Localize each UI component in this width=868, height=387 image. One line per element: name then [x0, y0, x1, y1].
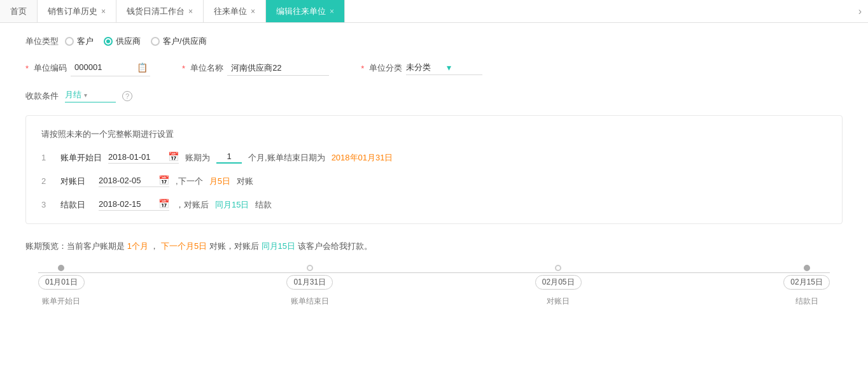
- preview-prefix: 账期预览：当前客户账期是: [25, 241, 125, 251]
- period-num-2: 2: [41, 176, 54, 186]
- tab-edit-partner-unit[interactable]: 编辑往来单位 ×: [266, 0, 345, 22]
- radio-customer-label: 客户: [77, 36, 94, 47]
- preview-part3: 同月15日: [262, 241, 295, 251]
- tab-cash-work-label: 钱货日清工作台: [127, 6, 185, 17]
- calendar-icon-3[interactable]: 📅: [158, 199, 169, 209]
- unit-category-dropdown-icon: ▾: [447, 62, 451, 73]
- timeline-label-start: 账单开始日: [42, 296, 80, 307]
- period-desc-3b: 结款: [255, 199, 272, 211]
- period-date-1: 📅: [108, 151, 179, 164]
- timeline-wrapper: 01月01日 账单开始日 01月31日 账单结束日 02月05日 对账日 02月…: [25, 265, 843, 307]
- payment-terms-arrow: ▾: [84, 92, 87, 99]
- period-row-2: 2 对账日 📅 ,下一个 月5日 对账: [41, 175, 827, 187]
- timeline-badge-reconcile: 02月05日: [535, 275, 582, 290]
- period-num-3: 3: [41, 200, 54, 209]
- period-type-1: 账单开始日: [60, 152, 102, 164]
- unit-code-label: 单位编码: [34, 62, 67, 74]
- unit-type-row: 单位类型 客户 供应商 客户/供应商: [25, 36, 843, 47]
- payment-terms-label: 收款条件: [25, 90, 59, 102]
- period-num-1: 1: [41, 153, 54, 162]
- unit-name-label: 单位名称: [190, 62, 223, 74]
- period-box: 请按照未来的一个完整帐期进行设置 1 账单开始日 📅 账期为 个月,账单结束日期…: [25, 115, 843, 224]
- tab-sales-order-history-close[interactable]: ×: [101, 7, 106, 16]
- period-date-input-2[interactable]: [99, 176, 156, 185]
- tab-sales-order-history[interactable]: 销售订单历史 ×: [38, 0, 116, 22]
- unit-type-label: 单位类型: [25, 36, 59, 47]
- timeline-label-reconcile: 对账日: [547, 296, 570, 307]
- period-highlight-day-3: 同月15日: [215, 199, 249, 211]
- period-highlight-day-2: 月5日: [209, 176, 230, 187]
- preview-section: 账期预览：当前客户账期是 1个月 ， 下一个月5日 对账，对账后 同月15日 该…: [25, 234, 843, 307]
- timeline-node-end-bill: 01月31日 账单结束日: [286, 265, 333, 307]
- radio-supplier-label: 供应商: [116, 36, 141, 47]
- unit-code-input[interactable]: [71, 60, 134, 74]
- radio-customer-circle: [65, 37, 74, 46]
- calendar-icon-1[interactable]: 📅: [168, 151, 179, 162]
- unit-code-copy-icon[interactable]: 📋: [134, 62, 150, 73]
- period-desc-3a: ，对账后: [176, 199, 209, 211]
- period-type-2: 对账日: [60, 176, 92, 187]
- payment-terms-dropdown[interactable]: 月结 ▾: [65, 89, 116, 102]
- tab-edit-partner-unit-close[interactable]: ×: [330, 7, 334, 16]
- timeline-label-end-bill: 账单结束日: [291, 296, 329, 307]
- timeline-node-start: 01月01日 账单开始日: [38, 265, 85, 307]
- unit-code-group: * 单位编码 📋: [25, 60, 150, 76]
- unit-info-row: * 单位编码 📋 * 单位名称 * 单位分类 未分类 ▾: [25, 60, 843, 76]
- unit-category-dropdown[interactable]: 未分类 ▾: [406, 62, 482, 75]
- radio-customer[interactable]: 客户: [65, 36, 94, 47]
- tab-sales-order-history-label: 销售订单历史: [48, 6, 97, 17]
- radio-both-circle: [151, 37, 160, 46]
- timeline-node-payment: 02月15日 结款日: [783, 265, 830, 307]
- period-row-1: 1 账单开始日 📅 账期为 个月,账单结束日期为 2018年01月31日: [41, 151, 827, 164]
- calendar-icon-2[interactable]: 📅: [158, 175, 169, 185]
- unit-name-required: *: [182, 64, 185, 73]
- period-month-wrapper: [216, 151, 242, 164]
- timeline-dot-start: [58, 265, 64, 271]
- tab-home[interactable]: 首页: [0, 0, 38, 22]
- tab-nav-more[interactable]: ›: [852, 0, 868, 22]
- timeline-label-payment: 结款日: [795, 296, 818, 307]
- preview-part1: 1个月: [127, 241, 148, 251]
- unit-name-input[interactable]: [227, 60, 329, 76]
- unit-code-required: *: [25, 64, 29, 73]
- tab-cash-work[interactable]: 钱货日清工作台 ×: [116, 0, 204, 22]
- tab-cash-work-close[interactable]: ×: [188, 7, 193, 16]
- tab-bar: 首页 销售订单历史 × 钱货日清工作台 × 往来单位 × 编辑往来单位 × ›: [0, 0, 868, 23]
- tab-partner-unit[interactable]: 往来单位 ×: [204, 0, 266, 22]
- unit-name-group: * 单位名称: [182, 60, 329, 76]
- period-desc-suffix-1: 个月,账单结束日期为: [248, 152, 325, 164]
- unit-code-input-wrapper: 📋: [71, 60, 150, 76]
- timeline-dot-end-bill: [307, 265, 313, 271]
- timeline-badge-start: 01月01日: [38, 275, 85, 290]
- timeline-badge-payment: 02月15日: [783, 275, 830, 290]
- period-desc-2a: ,下一个: [176, 176, 203, 187]
- period-month-input[interactable]: [216, 151, 242, 161]
- timeline-dot-reconcile: [555, 265, 561, 271]
- timeline-badge-end-bill: 01月31日: [286, 275, 333, 290]
- preview-part2: 下一个月5日: [161, 241, 207, 251]
- period-title: 请按照未来的一个完整帐期进行设置: [41, 129, 827, 140]
- period-date-input-3[interactable]: [99, 199, 156, 209]
- unit-category-value: 未分类: [406, 62, 444, 73]
- tab-partner-unit-label: 往来单位: [214, 6, 247, 17]
- tab-partner-unit-close[interactable]: ×: [251, 7, 255, 16]
- period-type-3: 结款日: [60, 199, 92, 211]
- payment-terms-value: 月结: [65, 89, 81, 101]
- radio-both[interactable]: 客户/供应商: [151, 36, 207, 47]
- payment-terms-help-icon[interactable]: ?: [122, 91, 132, 101]
- period-desc-2b: 对账: [237, 176, 253, 187]
- timeline-dot-payment: [804, 265, 810, 271]
- period-date-input-1[interactable]: [108, 152, 165, 162]
- preview-text: 账期预览：当前客户账期是 1个月 ， 下一个月5日 对账，对账后 同月15日 该…: [25, 241, 843, 252]
- timeline-node-reconcile: 02月05日 对账日: [535, 265, 582, 307]
- period-date-3: 📅: [99, 199, 169, 211]
- timeline-nodes: 01月01日 账单开始日 01月31日 账单结束日 02月05日 对账日 02月…: [38, 265, 830, 307]
- period-row-3: 3 结款日 📅 ，对账后 同月15日 结款: [41, 199, 827, 211]
- unit-category-label: 单位分类: [369, 62, 402, 74]
- preview-sep2: 对账，对账后: [209, 241, 259, 251]
- radio-supplier-circle: [104, 37, 113, 46]
- unit-category-required: *: [361, 64, 364, 73]
- radio-supplier[interactable]: 供应商: [104, 36, 141, 47]
- preview-suffix: 该客户会给我打款。: [298, 241, 372, 251]
- unit-type-radio-group: 客户 供应商 客户/供应商: [65, 36, 207, 47]
